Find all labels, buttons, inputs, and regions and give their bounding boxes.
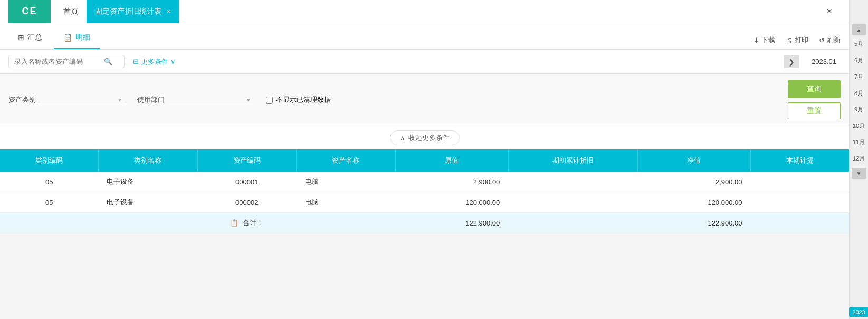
print-btn[interactable]: 🖨 打印 [786,35,808,45]
cell-code-1: 05 [0,172,98,192]
cell-category-1: 电子设备 [98,172,197,192]
cell-original-2: 120,000.00 [395,192,508,213]
refresh-btn[interactable]: ↺ 刷新 [819,35,841,45]
refresh-icon: ↺ [819,36,825,44]
col-net-value: 净值 [637,149,750,172]
filter-row: 资产类别 ▼ 使用部门 ▼ 不显示已清 [8,80,841,119]
asset-type-select-wrap: ▼ [40,95,125,105]
toolbar-actions: ⬇ 下载 🖨 打印 ↺ 刷新 [753,35,841,49]
sub-tabs-left: ⊞ 汇总 📋 明细 [8,27,100,49]
cell-category-2: 电子设备 [98,192,197,213]
cell-accum-1 [508,172,637,192]
search-wrap: 🔍 [8,55,125,68]
more-conditions-btn[interactable]: ⊟ 更多条件 ∨ [133,57,176,67]
filter-icon: ⊟ [133,58,139,65]
detail-icon: 📋 [63,33,72,42]
col-current-dep: 本期计提 [750,149,849,172]
tab-summary-label: 汇总 [27,33,42,42]
cell-asset-name-1: 电脑 [297,172,396,192]
asset-type-filter: 资产类别 ▼ [8,95,125,105]
cell-original-1: 2,900.00 [395,172,508,192]
total-curr-dep [750,213,849,233]
filter-area: 资产类别 ▼ 使用部门 ▼ 不显示已清 [0,74,849,126]
summary-icon: ⊞ [18,33,24,42]
department-label: 使用部门 [137,95,165,105]
col-accum-dep: 期初累计折旧 [508,149,637,172]
department-select-wrap: ▼ [169,95,253,105]
month-5[interactable]: 5月 [850,36,868,52]
nav-tab-fixed-assets[interactable]: 固定资产折旧统计表 × [87,0,179,23]
cell-curr-dep-1 [750,172,849,192]
cell-asset-name-2: 电脑 [297,192,396,213]
total-icon: 📋 [230,219,239,227]
cell-net-1: 2,900.00 [637,172,750,192]
download-icon: ⬇ [753,36,759,44]
cell-accum-2 [508,192,637,213]
date-prev-btn[interactable]: ❯ [784,55,799,68]
data-table: 类别编码 类别名称 资产编码 资产名称 原值 期初累计折旧 净值 本期计提 05… [0,149,849,233]
cell-net-2: 120,000.00 [637,192,750,213]
scroll-up-btn[interactable]: ▲ [852,24,866,35]
month-10[interactable]: 10月 [850,118,868,134]
right-sidebar: ▲ // Populate months dynamically after D… [849,0,868,319]
table-row: 05 电子设备 000002 电脑 120,000.00 120,000.00 [0,192,849,213]
nav-tab-close-btn[interactable]: × [167,8,170,15]
app-logo: CE [8,0,51,23]
month-6[interactable]: 6月 [850,52,868,69]
print-icon: 🖨 [786,36,793,44]
exclude-cleared-checkbox[interactable] [266,97,273,104]
date-display: 2023.01 [807,58,841,65]
chevron-down-icon: ∨ [170,58,176,65]
download-btn[interactable]: ⬇ 下载 [753,35,775,45]
total-original: 122,900.00 [395,213,508,233]
col-category-code: 类别编码 [0,149,98,172]
exclude-cleared-label: 不显示已清理数据 [276,95,331,105]
main-content: CE 首页 固定资产折旧统计表 × × ⊞ 汇总 📋 明细 ⬇ 下载 [0,0,849,233]
search-icon[interactable]: 🔍 [104,58,112,65]
total-accum [508,213,637,233]
total-empty-1 [0,213,98,233]
window-close-btn[interactable]: × [818,6,841,17]
year-badge[interactable]: 2023 [849,307,868,317]
total-net: 122,900.00 [637,213,750,233]
col-asset-name: 资产名称 [297,149,396,172]
sub-tabs-bar: ⊞ 汇总 📋 明细 ⬇ 下载 🖨 打印 ↺ 刷新 [0,23,849,50]
month-8[interactable]: 8月 [850,85,868,101]
department-filter: 使用部门 ▼ [137,95,253,105]
tab-summary[interactable]: ⊞ 汇总 [8,27,52,49]
cell-asset-code-1: 000001 [197,172,297,192]
month-7[interactable]: 7月 [850,69,868,85]
reset-button[interactable]: 重置 [788,102,841,119]
col-category-name: 类别名称 [98,149,197,172]
tab-detail[interactable]: 📋 明细 [54,27,100,49]
chevron-up-icon: ∧ [400,134,405,142]
month-9[interactable]: 9月 [850,101,868,118]
month-12[interactable]: 12月 [850,151,868,167]
nav-tab-label: 固定资产折旧统计表 [95,7,161,16]
top-nav: CE 首页 固定资产折旧统计表 × × [0,0,849,23]
query-button[interactable]: 查询 [788,80,841,98]
department-select[interactable] [169,95,253,105]
tab-detail-label: 明细 [75,33,90,42]
filter-actions: 查询 重置 [788,80,841,119]
exclude-cleared-item: 不显示已清理数据 [266,95,331,105]
cell-curr-dep-2 [750,192,849,213]
scroll-down-btn[interactable]: ▼ [852,168,866,179]
month-11[interactable]: 11月 [850,134,868,151]
table-row: 05 电子设备 000001 电脑 2,900.00 2,900.00 [0,172,849,192]
collapse-conditions-btn[interactable]: ∧ 收起更多条件 [390,130,460,145]
table-total-row: 📋 合计： 122,900.00 122,900.00 [0,213,849,233]
search-bar: 🔍 ⊟ 更多条件 ∨ ❯ 2023.01 [0,50,849,74]
search-input[interactable] [14,58,104,65]
col-original-value: 原值 [395,149,508,172]
table-header-row: 类别编码 类别名称 资产编码 资产名称 原值 期初累计折旧 净值 本期计提 [0,149,849,172]
collapse-row: ∧ 收起更多条件 [0,126,849,149]
data-table-wrap: 类别编码 类别名称 资产编码 资产名称 原值 期初累计折旧 净值 本期计提 05… [0,149,849,233]
nav-home[interactable]: 首页 [55,0,87,23]
cell-asset-code-2: 000002 [197,192,297,213]
total-label-cell: 📋 合计： [98,213,395,233]
asset-type-label: 资产类别 [8,95,36,105]
asset-type-select[interactable] [40,95,125,105]
col-asset-code: 资产编码 [197,149,297,172]
cell-code-2: 05 [0,192,98,213]
